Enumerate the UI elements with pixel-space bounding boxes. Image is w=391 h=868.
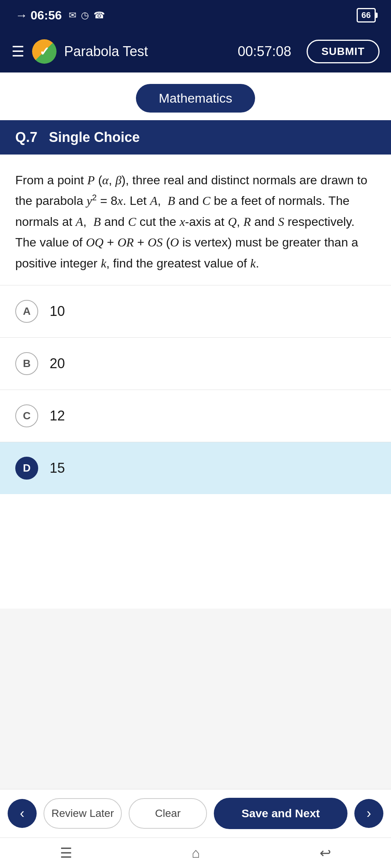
status-clock: 06:56 — [31, 8, 62, 23]
question-text: From a point P (α, β), three real and di… — [15, 170, 376, 274]
question-header: Q.7 Single Choice — [0, 120, 391, 155]
submit-button[interactable]: SUBMIT — [307, 40, 380, 63]
status-left: → 06:56 ✉ ◷ ☎ — [15, 8, 105, 23]
clock-icon: ◷ — [81, 10, 89, 21]
option-d-circle: D — [15, 457, 38, 480]
android-back-icon[interactable]: ↩ — [320, 845, 331, 861]
clear-button[interactable]: Clear — [129, 798, 207, 829]
battery-indicator: 66 — [357, 8, 376, 23]
prev-button[interactable]: ‹ — [8, 799, 37, 828]
status-time: → 06:56 — [15, 8, 62, 23]
option-a-circle: A — [15, 300, 38, 323]
question-type: Single Choice — [49, 129, 140, 145]
options-section: A 10 B 20 C 12 D 15 — [0, 285, 391, 494]
next-button[interactable]: › — [354, 799, 383, 828]
option-b[interactable]: B 20 — [0, 337, 391, 390]
save-next-button[interactable]: Save and Next — [214, 798, 347, 829]
logo-check-icon: ✓ — [39, 44, 50, 59]
option-c[interactable]: C 12 — [0, 390, 391, 442]
question-number: Q.7 — [15, 129, 37, 145]
content-spacer — [0, 494, 391, 609]
android-home-icon[interactable]: ⌂ — [192, 845, 200, 861]
option-a-value: 10 — [50, 303, 65, 319]
option-c-value: 12 — [50, 408, 65, 424]
question-body: From a point P (α, β), three real and di… — [0, 155, 391, 285]
hamburger-icon[interactable]: ☰ — [11, 44, 24, 59]
status-icons: ✉ ◷ ☎ — [69, 10, 105, 21]
subject-section: Mathematics — [0, 72, 391, 120]
option-c-circle: C — [15, 404, 38, 427]
status-bar: → 06:56 ✉ ◷ ☎ 66 — [0, 0, 391, 31]
email-icon: ✉ — [69, 10, 76, 21]
phone-icon: ☎ — [94, 10, 105, 21]
timer-display: 00:57:08 — [238, 43, 291, 60]
android-nav: ☰ ⌂ ↩ — [0, 837, 391, 868]
option-d-value: 15 — [50, 460, 65, 476]
option-d[interactable]: D 15 — [0, 442, 391, 494]
option-b-circle: B — [15, 352, 38, 375]
option-b-value: 20 — [50, 356, 65, 372]
test-title: Parabola Test — [64, 43, 230, 60]
option-a[interactable]: A 10 — [0, 285, 391, 337]
bottom-bar: ‹ Review Later Clear Save and Next › — [0, 789, 391, 837]
top-nav: ☰ ✓ Parabola Test 00:57:08 SUBMIT — [0, 31, 391, 72]
status-arrow: → — [15, 8, 27, 23]
review-later-button[interactable]: Review Later — [44, 798, 122, 829]
subject-tag: Mathematics — [136, 84, 255, 113]
app-logo: ✓ — [32, 39, 57, 64]
android-menu-icon[interactable]: ☰ — [60, 845, 72, 861]
